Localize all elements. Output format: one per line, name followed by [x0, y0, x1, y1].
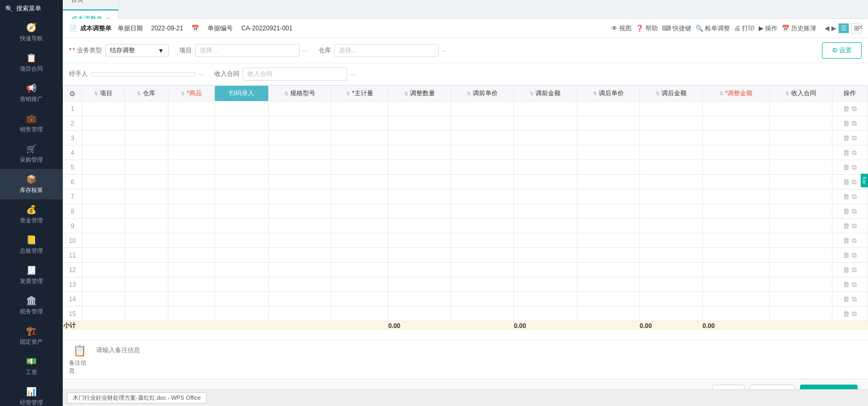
sidebar-item-tax-mgmt[interactable]: 🏛️税务管理	[0, 290, 63, 321]
cell-project-1[interactable]	[82, 102, 125, 116]
cell-income-contract-1[interactable]	[769, 102, 832, 116]
cell-warehouse-11[interactable]	[125, 248, 168, 263]
cell-warehouse-6[interactable]	[125, 175, 168, 189]
cell-project-14[interactable]	[82, 292, 125, 307]
cell-warehouse-1[interactable]	[125, 102, 168, 116]
handler-more-btn[interactable]: ···	[199, 71, 204, 78]
cell-spec-8[interactable]	[269, 204, 332, 219]
cell-before-price-9[interactable]	[451, 219, 514, 233]
cell-after-amount-5[interactable]	[639, 160, 702, 175]
row-delete-7[interactable]: 🗑	[843, 193, 850, 200]
cell-unit-13[interactable]	[332, 277, 389, 292]
cell-before-amount-13[interactable]	[514, 277, 577, 292]
row-copy-7[interactable]: ⧉	[852, 193, 856, 201]
cell-unit-1[interactable]	[332, 102, 389, 116]
cell-after-price-1[interactable]	[577, 102, 639, 116]
cell-after-amount-11[interactable]	[639, 248, 702, 263]
sidebar-item-project-contract[interactable]: 📋项目合同	[0, 48, 63, 78]
cell-after-price-4[interactable]	[577, 145, 639, 160]
cell-after-price-12[interactable]	[577, 263, 639, 277]
cell-unit-3[interactable]	[332, 131, 389, 145]
sidebar-item-ledger-mgmt[interactable]: 📒总账管理	[0, 230, 63, 260]
cell-after-amount-6[interactable]	[639, 175, 702, 189]
cell-project-5[interactable]	[82, 160, 125, 175]
cell-scan-11[interactable]	[215, 248, 269, 263]
cell-goods-2[interactable]	[168, 116, 215, 131]
row-delete-15[interactable]: 🗑	[843, 310, 850, 318]
calendar-icon[interactable]: 📅	[191, 25, 199, 32]
cell-before-amount-3[interactable]	[514, 131, 577, 145]
cell-income-contract-14[interactable]	[769, 292, 832, 307]
cell-project-8[interactable]	[82, 204, 125, 219]
row-copy-1[interactable]: ⧉	[852, 105, 856, 113]
cell-goods-15[interactable]	[168, 307, 215, 321]
row-delete-12[interactable]: 🗑	[843, 266, 850, 274]
cell-project-2[interactable]	[82, 116, 125, 131]
cell-after-amount-12[interactable]	[639, 263, 702, 277]
row-copy-12[interactable]: ⧉	[852, 266, 856, 274]
cell-goods-11[interactable]	[168, 248, 215, 263]
tab-home[interactable]: 首页	[63, 0, 119, 9]
cell-adj-qty-13[interactable]	[388, 277, 451, 292]
cell-warehouse-7[interactable]	[125, 189, 168, 204]
row-delete-11[interactable]: 🗑	[843, 251, 850, 259]
help-btn[interactable]: ❓ 帮助	[636, 24, 658, 33]
cell-spec-2[interactable]	[269, 116, 332, 131]
row-copy-4[interactable]: ⧉	[852, 149, 856, 157]
cell-before-price-14[interactable]	[451, 292, 514, 307]
th-settings[interactable]: ⚙	[63, 86, 82, 102]
row-delete-4[interactable]: 🗑	[843, 149, 850, 156]
cell-after-price-3[interactable]	[577, 131, 639, 145]
cell-unit-11[interactable]	[332, 248, 389, 263]
row-delete-10[interactable]: 🗑	[843, 236, 850, 244]
business-type-select[interactable]: 结存调整 ▼	[105, 44, 169, 57]
handler-select[interactable]	[91, 72, 196, 76]
sidebar-item-purchase-mgmt[interactable]: 🛒采购管理	[0, 139, 63, 169]
cell-before-amount-9[interactable]	[514, 219, 577, 233]
cell-after-amount-9[interactable]	[639, 219, 702, 233]
print-btn[interactable]: 🖨 打印	[734, 24, 755, 33]
row-copy-5[interactable]: ⧉	[852, 163, 856, 172]
cell-goods-10[interactable]	[168, 233, 215, 248]
cell-project-15[interactable]	[82, 307, 125, 321]
history-btn[interactable]: 📅 历史账簿	[782, 24, 816, 33]
cell-after-amount-8[interactable]	[639, 204, 702, 219]
cell-adj-amount-13[interactable]	[703, 277, 770, 292]
cell-spec-5[interactable]	[269, 160, 332, 175]
sidebar-item-sales-mgmt[interactable]: 💼销售管理	[0, 108, 63, 139]
cell-income-contract-2[interactable]	[769, 116, 832, 131]
cell-warehouse-12[interactable]	[125, 263, 168, 277]
cell-unit-15[interactable]	[332, 307, 389, 321]
project-select[interactable]: 选择...	[195, 44, 300, 57]
sidebar-item-ops-mgmt[interactable]: 📊经营管理	[0, 381, 63, 406]
row-delete-9[interactable]: 🗑	[843, 222, 850, 230]
cell-warehouse-8[interactable]	[125, 204, 168, 219]
cell-warehouse-14[interactable]	[125, 292, 168, 307]
cell-adj-amount-1[interactable]	[703, 102, 770, 116]
cell-before-amount-4[interactable]	[514, 145, 577, 160]
cell-scan-15[interactable]	[215, 307, 269, 321]
row-copy-6[interactable]: ⧉	[852, 178, 856, 186]
cell-scan-14[interactable]	[215, 292, 269, 307]
cell-goods-4[interactable]	[168, 145, 215, 160]
cell-warehouse-15[interactable]	[125, 307, 168, 321]
cell-project-6[interactable]	[82, 175, 125, 189]
cell-adj-amount-15[interactable]	[703, 307, 770, 321]
cell-after-amount-3[interactable]	[639, 131, 702, 145]
cell-adj-qty-14[interactable]	[388, 292, 451, 307]
cell-before-price-8[interactable]	[451, 204, 514, 219]
warehouse-select[interactable]: 选择...	[334, 44, 439, 57]
cell-adj-amount-2[interactable]	[703, 116, 770, 131]
sidebar-item-payroll[interactable]: 💵工资	[0, 351, 63, 381]
cell-scan-7[interactable]	[215, 189, 269, 204]
cell-adj-qty-6[interactable]	[388, 175, 451, 189]
cell-goods-14[interactable]	[168, 292, 215, 307]
cell-before-amount-15[interactable]	[514, 307, 577, 321]
cell-adj-amount-4[interactable]	[703, 145, 770, 160]
cell-project-13[interactable]	[82, 277, 125, 292]
cell-adj-amount-9[interactable]	[703, 219, 770, 233]
check-order-btn[interactable]: 🔍 检单调整	[695, 24, 730, 33]
cell-project-7[interactable]	[82, 189, 125, 204]
cell-income-contract-5[interactable]	[769, 160, 832, 175]
cell-before-price-10[interactable]	[451, 233, 514, 248]
